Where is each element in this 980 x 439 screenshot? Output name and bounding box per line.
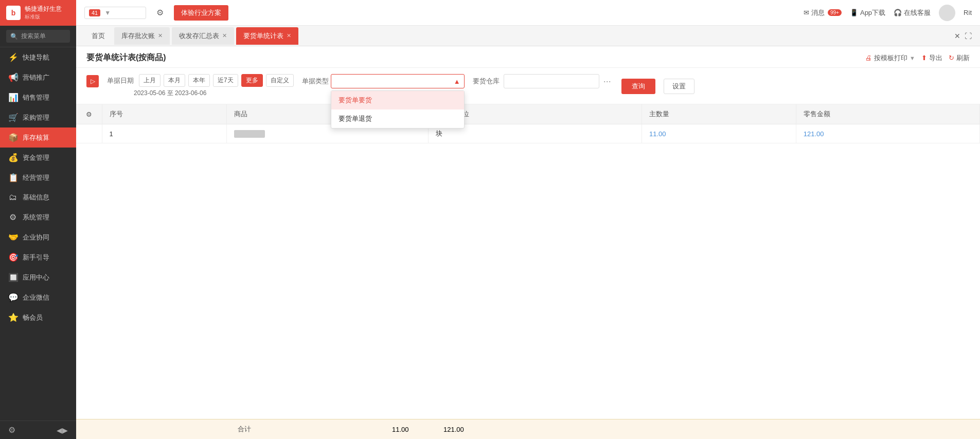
query-button[interactable]: 查询 xyxy=(621,79,655,94)
dropdown-item-label: 要货单退货 xyxy=(338,115,372,122)
message-label: 消息 xyxy=(811,8,825,17)
sidebar-item-label: 畅会员 xyxy=(23,313,43,322)
warehouse-input[interactable] xyxy=(504,74,599,88)
amount-link[interactable]: 121.00 xyxy=(804,130,824,138)
tab-expand-icon[interactable]: ⛶ xyxy=(965,32,972,40)
settings-button[interactable]: 设置 xyxy=(664,79,694,94)
tab-home[interactable]: 首页 xyxy=(84,27,112,45)
message-badge: 99+ xyxy=(828,9,842,16)
sidebar-item-inventory[interactable]: 📦 库存核算 xyxy=(0,127,76,148)
sidebar-item-enterprise[interactable]: 🤝 企业协同 xyxy=(0,227,76,247)
content-area: 要货单统计表(按商品) 🖨 按模板打印 ▼ ⬆ 导出 ↻ 刷新 ▷ xyxy=(76,46,980,439)
sidebar-item-purchase[interactable]: 🛒 采购管理 xyxy=(0,107,76,127)
sidebar-item-member[interactable]: ⭐ 畅会员 xyxy=(0,307,76,327)
tab-requisition-close[interactable]: ✕ xyxy=(287,32,291,39)
dropdown-item-requisition-order[interactable]: 要货单要货 xyxy=(331,91,464,109)
tab-batch-close[interactable]: ✕ xyxy=(158,32,163,39)
topbar-right: ✉ 消息 99+ 📱 App下载 🎧 在线客服 Rit xyxy=(804,5,972,21)
date-btn-last-7days[interactable]: 近7天 xyxy=(213,74,238,87)
table-area: ⚙ 序号 商品 主计量单位 主数量 零售金额 1 xyxy=(76,104,980,419)
warehouse-filter-row: 要货仓库 ··· xyxy=(473,74,613,88)
tab-summary-label: 收发存汇总表 xyxy=(179,31,219,41)
sidebar-item-appstore[interactable]: 🔲 应用中心 xyxy=(0,267,76,287)
trial-button[interactable]: 体验行业方案 xyxy=(174,5,228,21)
tab-close-all-icon[interactable]: ✕ xyxy=(954,32,960,40)
dropdown-item-label: 要货单要货 xyxy=(338,96,372,104)
table-footer: 合计 11.00 121.00 xyxy=(76,419,980,439)
date-btn-custom[interactable]: 自定义 xyxy=(266,74,294,87)
sidebar-item-basic[interactable]: 🗂 基础信息 xyxy=(0,188,76,207)
sidebar-item-label: 应用中心 xyxy=(23,273,49,282)
store-selector-arrow: ▼ xyxy=(104,9,111,16)
sidebar-item-guide[interactable]: 🎯 新手引导 xyxy=(0,247,76,267)
warehouse-more-button[interactable]: ··· xyxy=(601,76,613,87)
table-row: 1 块 11.00 121.00 xyxy=(76,124,980,143)
topbar-settings-icon[interactable]: ⚙ xyxy=(152,5,168,21)
sidebar-item-operations[interactable]: 📋 经营管理 xyxy=(0,168,76,188)
sidebar-item-shortcut[interactable]: ⚡ 快捷导航 xyxy=(0,47,76,67)
sidebar-search[interactable]: 🔍 搜索菜单 xyxy=(0,26,76,47)
tab-batch[interactable]: 库存批次账 ✕ xyxy=(114,27,170,45)
type-dropdown: 要货单要货 要货单退货 xyxy=(331,90,465,129)
app-download-action[interactable]: 📱 App下载 xyxy=(850,8,885,17)
expand-filter-button[interactable]: ▷ xyxy=(86,75,99,87)
date-filter-group: 单据日期 上月 本月 本年 近7天 更多 自定义 2023-05-06 至 20… xyxy=(107,74,294,98)
sales-icon: 📊 xyxy=(8,93,17,102)
page-title: 要货单统计表(按商品) xyxy=(86,52,166,63)
sidebar-item-finance[interactable]: 💰 资金管理 xyxy=(0,148,76,168)
col-settings[interactable]: ⚙ xyxy=(76,104,102,124)
quantity-link[interactable]: 11.00 xyxy=(649,130,666,138)
tab-summary[interactable]: 收发存汇总表 ✕ xyxy=(172,27,234,45)
export-icon: ⬆ xyxy=(921,54,927,62)
export-action[interactable]: ⬆ 导出 xyxy=(921,53,942,63)
col-quantity: 主数量 xyxy=(642,104,796,124)
dropdown-item-requisition-return[interactable]: 要货单退货 xyxy=(331,109,464,128)
type-filter-row: 单据类型 ▲ 要货单要货 要货单退货 xyxy=(302,74,465,88)
type-select[interactable] xyxy=(331,74,465,88)
user-avatar[interactable] xyxy=(939,5,955,21)
sidebar-toggle-icon[interactable]: ◀▶ xyxy=(57,426,68,434)
print-action[interactable]: 🖨 按模板打印 ▼ xyxy=(865,53,915,63)
online-service-action[interactable]: 🎧 在线客服 xyxy=(894,8,931,17)
message-action[interactable]: ✉ 消息 99+ xyxy=(804,8,842,17)
sidebar-item-label: 基础信息 xyxy=(23,193,49,202)
date-btn-last-month[interactable]: 上月 xyxy=(139,74,161,87)
sidebar-item-system[interactable]: ⚙ 系统管理 xyxy=(0,207,76,227)
basic-icon: 🗂 xyxy=(8,193,17,202)
member-icon: ⭐ xyxy=(8,313,17,322)
app-download-label: App下载 xyxy=(860,8,885,17)
logo-icon: b xyxy=(6,6,21,20)
wechat-icon: 💬 xyxy=(8,292,17,302)
tabs-bar: 首页 库存批次账 ✕ 收发存汇总表 ✕ 要货单统计表 ✕ ✕ ⛶ xyxy=(76,26,980,46)
shortcut-icon: ⚡ xyxy=(8,52,17,62)
marketing-icon: 📢 xyxy=(8,72,17,82)
sidebar-item-marketing[interactable]: 📢 营销推广 xyxy=(0,67,76,87)
store-selector[interactable]: 41 ▼ xyxy=(84,7,146,19)
tab-summary-close[interactable]: ✕ xyxy=(222,32,227,39)
refresh-icon: ↻ xyxy=(949,54,954,62)
sidebar-item-wechat[interactable]: 💬 企业微信 xyxy=(0,287,76,307)
refresh-action[interactable]: ↻ 刷新 xyxy=(949,53,970,63)
date-btn-more[interactable]: 更多 xyxy=(241,74,263,87)
sidebar-item-label: 经营管理 xyxy=(23,173,49,182)
sidebar-bottom: ⚙ ◀▶ xyxy=(0,420,76,439)
operations-icon: 📋 xyxy=(8,173,17,182)
headset-icon: 🎧 xyxy=(894,9,902,16)
type-select-wrapper: ▲ 要货单要货 要货单退货 xyxy=(331,74,465,88)
print-label: 按模板打印 xyxy=(874,53,907,63)
footer-quantity: 11.00 xyxy=(392,426,433,433)
date-btn-this-year[interactable]: 本年 xyxy=(188,74,210,87)
date-btn-this-month[interactable]: 本月 xyxy=(164,74,185,87)
guide-icon: 🎯 xyxy=(8,252,17,262)
warehouse-filter-label: 要货仓库 xyxy=(473,77,500,86)
date-range-row: 2023-05-06 至 2023-06-06 xyxy=(107,89,294,98)
brand-sub: 标准版 xyxy=(25,13,62,21)
date-filter-row: 单据日期 上月 本月 本年 近7天 更多 自定义 xyxy=(107,74,294,87)
sidebar-item-sales[interactable]: 📊 销售管理 xyxy=(0,87,76,107)
goods-name xyxy=(234,130,265,138)
tab-requisition[interactable]: 要货单统计表 ✕ xyxy=(236,27,298,45)
page-header: 要货单统计表(按商品) 🖨 按模板打印 ▼ ⬆ 导出 ↻ 刷新 xyxy=(76,46,980,68)
settings-bottom-icon[interactable]: ⚙ xyxy=(8,425,15,435)
export-label: 导出 xyxy=(929,53,942,63)
system-icon: ⚙ xyxy=(8,212,17,222)
